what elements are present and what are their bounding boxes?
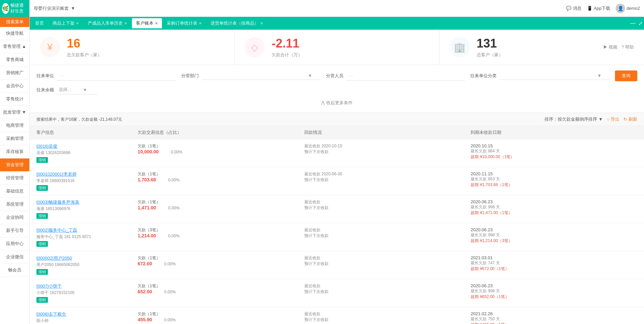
help-icon: ? bbox=[621, 45, 625, 50]
sidebar-item-retail-mall[interactable]: 零售商城 bbox=[0, 53, 29, 66]
customer-name-link[interactable]: [0007]小饼干 bbox=[36, 283, 138, 289]
sidebar-item-inventory[interactable]: 库存核算 bbox=[0, 145, 29, 158]
download-action[interactable]: 📱 App下载 bbox=[587, 5, 610, 11]
table-header: 客户信息 欠款交易信息（占比） 回款情况 到期未收款日期 bbox=[30, 126, 644, 139]
tab-close-icon[interactable]: ✕ bbox=[260, 21, 263, 26]
user-avatar[interactable]: 👤 demo2 bbox=[616, 4, 640, 13]
tab-home[interactable]: 首页 bbox=[31, 18, 48, 28]
repay-info-cell: 最近收款 2020-06-30 预计下次收款 bbox=[304, 171, 471, 183]
customer-tag: 现销 bbox=[36, 213, 48, 219]
customer-phone: 吴俊 13026203696 bbox=[36, 150, 138, 156]
stat-card-actions: ▶ 视频 ? 帮助 bbox=[603, 44, 634, 50]
data-table: 客户信息 欠款交易信息（占比） 回款情况 到期未收款日期 [0016]吴俊 吴俊… bbox=[30, 126, 644, 324]
results-summary: 搜索结果中，客户16家，欠款金额 -21,148.07元 bbox=[36, 117, 122, 122]
customer-name-link[interactable]: [0016]吴俊 bbox=[36, 143, 138, 149]
sidebar-item-quick-nav[interactable]: 快捷导航 bbox=[0, 27, 29, 40]
customer-name-link[interactable]: [000002]用户2050 bbox=[36, 255, 138, 261]
expire-info-cell: 2021.02.26 最长欠款 750 天 超期 ¥455.90（1笔） bbox=[471, 311, 637, 324]
stat-card-total-customers: 🏢 131 总客户（家） ▶ 视频 ? 帮助 bbox=[440, 30, 644, 65]
video-action[interactable]: ▶ 视频 bbox=[603, 44, 618, 50]
customer-info-cell: [0016]吴俊 吴俊 13026203696 现销 bbox=[36, 143, 138, 163]
filter-area: 往来单位 ··· 分管部门 ▼ 分管人员 ··· bbox=[30, 65, 644, 113]
sidebar-item-membership[interactable]: 畅会员 bbox=[0, 264, 29, 277]
expire-info-cell: 2020.11.15 最长欠款 853 天 超期 ¥1,703.68（1笔） bbox=[471, 171, 637, 188]
customer-info-cell: [0002]服务中心_丁磊 服务中心_丁磊 181 0125 8371 现销 bbox=[36, 227, 138, 247]
customer-name-link[interactable]: [0002]服务中心_丁磊 bbox=[36, 227, 138, 233]
sidebar-item-ecommerce[interactable]: 电商管理 bbox=[0, 119, 29, 132]
export-icon: ○ bbox=[607, 117, 611, 122]
total-debt-value: -2.11 bbox=[272, 36, 302, 51]
repay-info-cell: 最近收款 预计下次收款 bbox=[304, 227, 471, 239]
sidebar-item-app-center[interactable]: 应用中心 bbox=[0, 237, 29, 251]
tab-bar-actions: — ⤢ bbox=[630, 20, 643, 27]
tab-close-icon[interactable]: ✕ bbox=[199, 21, 202, 26]
overdue-link[interactable]: 超期 ¥1,703.68（1笔） bbox=[471, 182, 637, 188]
overdue-link[interactable]: 超期 ¥672.00（1笔） bbox=[471, 266, 637, 272]
customer-name-link[interactable]: [0006]去下粮仓 bbox=[36, 311, 138, 317]
sidebar-item-marketing[interactable]: 营销推广 bbox=[0, 66, 29, 80]
tab-close-icon[interactable]: ✕ bbox=[155, 21, 158, 26]
customer-phone: 小饼干 18279152100 bbox=[36, 290, 138, 296]
dropdown-icon-2: ▼ bbox=[597, 73, 601, 78]
overdue-link[interactable]: 超期 ¥1,471.00（1笔） bbox=[471, 210, 637, 216]
sidebar-item-members[interactable]: 会员中心 bbox=[0, 80, 29, 93]
company-selector[interactable]: 母婴行业演示账套 ▼ bbox=[34, 5, 75, 11]
sidebar-item-wecom[interactable]: 企业微信 bbox=[0, 251, 29, 264]
collapse-more-button[interactable]: ⋀ 收起更多条件 bbox=[36, 98, 637, 107]
sidebar-item-retail-stats[interactable]: 零售统计 bbox=[0, 93, 29, 106]
sort-dropdown-icon: ▼ bbox=[598, 117, 603, 122]
tab-product-listing[interactable]: 商品上下架 ✕ bbox=[49, 18, 83, 28]
overdue-link[interactable]: 超期 ¥455.90（1笔） bbox=[471, 322, 637, 324]
sidebar-item-operations[interactable]: 经营管理 bbox=[0, 172, 29, 185]
export-button[interactable]: ○ 导出 bbox=[607, 116, 619, 122]
content-area: ¥ 16 总欠款客户（家） ◇ -2.11 欠款合计（万） 🏢 131 总客户（… bbox=[30, 30, 644, 324]
customer-name-link[interactable]: [0001020001]李老师 bbox=[36, 171, 138, 177]
filter-row-2: 往来余额 选择... ▼ bbox=[36, 85, 637, 94]
customer-info-cell: [000002]用户2050 用户2050 18665062050 现销 bbox=[36, 255, 138, 275]
customer-phone: 李老师 18600391516 bbox=[36, 178, 138, 184]
message-action[interactable]: 💬 消息 bbox=[566, 5, 582, 11]
sidebar-item-procurement[interactable]: 采购管理 bbox=[0, 132, 29, 145]
col-header-repay: 回款情况 bbox=[304, 129, 471, 136]
results-bar: 搜索结果中，客户16家，欠款金额 -21,148.07元 排序：按欠款金额倒序排… bbox=[30, 113, 644, 126]
repay-info-cell: 最近收款 2020-10-15 预计下次收款 bbox=[304, 143, 471, 155]
sidebar-item-enterprise[interactable]: 企业协同 bbox=[0, 211, 29, 224]
sidebar-item-retail-manage[interactable]: 零售管理 ▲ bbox=[0, 40, 29, 53]
sort-selector[interactable]: 排序：按欠款金额倒序排序 ▼ bbox=[544, 116, 603, 122]
sidebar: 🌿 畅捷通好生意 搜索菜单 快捷导航 零售管理 ▲ 零售商城 营销推广 会员中心… bbox=[0, 0, 30, 324]
overdue-link[interactable]: 超期 ¥10,000.00（1笔） bbox=[471, 154, 637, 160]
expire-info-cell: 2020.06.23 最长欠款 998 天 超期 ¥1,214.00（3笔） bbox=[471, 227, 637, 244]
overdue-link[interactable]: 超期 ¥652.00（1笔） bbox=[471, 294, 637, 300]
sidebar-item-finance[interactable]: 资金管理 bbox=[0, 158, 29, 172]
customer-phone: 陈小帅 bbox=[36, 318, 138, 324]
customer-info-cell: [0001020001]李老师 李老师 18600391516 现销 bbox=[36, 171, 138, 191]
overdue-link[interactable]: 超期 ¥1,214.00（3笔） bbox=[471, 238, 637, 244]
filter-department: 分管部门 ▼ bbox=[181, 72, 320, 80]
customer-tag: 现销 bbox=[36, 297, 48, 303]
stats-row: ¥ 16 总欠款客户（家） ◇ -2.11 欠款合计（万） 🏢 131 总客户（… bbox=[30, 30, 644, 65]
top-actions: 💬 消息 📱 App下载 👤 demo2 bbox=[566, 4, 640, 13]
customer-tag: 现销 bbox=[36, 157, 48, 163]
tab-customer-account[interactable]: 客户账本 ✕ bbox=[132, 18, 162, 28]
sidebar-item-system[interactable]: 系统管理 bbox=[0, 198, 29, 211]
tab-product-history[interactable]: 产成品入库单历史 ✕ bbox=[84, 18, 131, 28]
customer-name-link[interactable]: [0003]畅捷服务尹海蒸 bbox=[36, 199, 138, 205]
debt-info-cell: 欠款（1笔） 672.00 0.00% bbox=[138, 255, 304, 266]
tab-close-icon[interactable]: ✕ bbox=[124, 21, 127, 26]
maximize-icon[interactable]: ⤢ bbox=[638, 20, 643, 27]
refresh-button[interactable]: ↻ 刷新 bbox=[623, 116, 637, 122]
help-action[interactable]: ? 帮助 bbox=[621, 44, 634, 50]
search-menu-item[interactable]: 搜索菜单 bbox=[0, 17, 29, 27]
col-header-expire: 到期未收款日期 bbox=[471, 129, 637, 136]
col-header-debt: 欠款交易信息（占比） bbox=[138, 129, 304, 136]
minimize-icon[interactable]: — bbox=[630, 20, 636, 27]
sidebar-item-basic-info[interactable]: 基础信息 bbox=[0, 185, 29, 198]
query-button[interactable]: 查询 bbox=[615, 70, 637, 81]
sidebar-item-wholesale[interactable]: 批发管理 ▼ bbox=[0, 106, 29, 119]
expire-info-cell: 2021.03.01 最长欠款 747 天 超期 ¥672.00（1笔） bbox=[471, 255, 637, 272]
tab-purchase-order[interactable]: 采购订单统计表 ✕ bbox=[163, 18, 206, 28]
tab-close-icon[interactable]: ✕ bbox=[76, 21, 79, 26]
table-row: [0016]吴俊 吴俊 13026203696 现销 欠款（1笔） 10,000… bbox=[30, 139, 644, 167]
sidebar-item-guide[interactable]: 新手引导 bbox=[0, 224, 29, 237]
tab-purchase-stats[interactable]: 进货单统计表（按商品） ✕ bbox=[206, 18, 267, 28]
